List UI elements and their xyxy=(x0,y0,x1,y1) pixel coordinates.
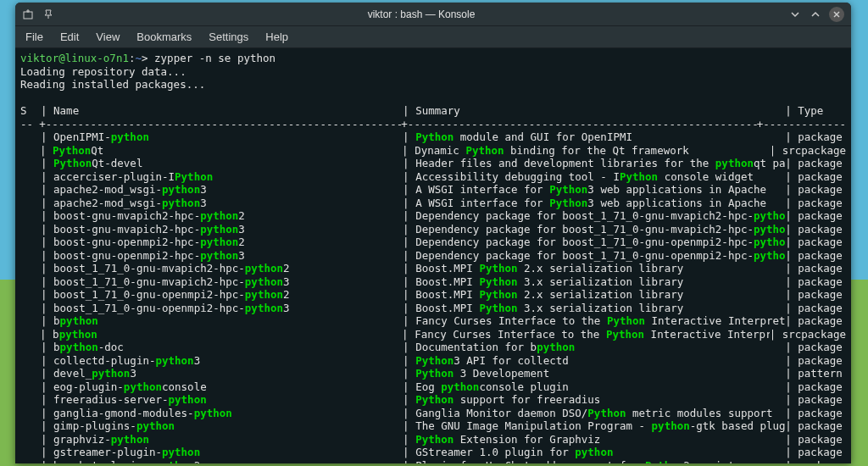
table-row: | bpython | Fancy Curses Interface to th… xyxy=(20,314,846,328)
table-row: | apache2-mod_wsgi-python3 | A WSGI inte… xyxy=(20,197,846,210)
table-row: | PythonQt | Dynamic Python binding for … xyxy=(20,144,846,158)
close-button[interactable] xyxy=(829,7,844,22)
menu-settings[interactable]: Settings xyxy=(209,31,248,43)
table-row: | ganglia-gmond-modules-python | Ganglia… xyxy=(20,407,846,420)
table-row: | bpython-doc | Documentation for bpytho… xyxy=(20,341,846,354)
titlebar: viktor : bash — Konsole xyxy=(15,3,851,26)
table-row: | devel_python3 | Python 3 Developement … xyxy=(20,367,846,380)
table-row: | eog-plugin-pythonconsole | Eog pythonc… xyxy=(20,380,846,394)
table-row: | OpenIPMI-python | Python module and GU… xyxy=(20,130,846,144)
table-row: | PythonQt-devel | Header files and deve… xyxy=(20,157,846,170)
menu-view[interactable]: View xyxy=(96,31,120,43)
table-row: | boost_1_71_0-gnu-mvapich2-hpc-python2 … xyxy=(20,262,846,275)
terminal-output[interactable]: viktor@linux-o7n1:~> zypper -n se python… xyxy=(15,48,851,463)
menu-file[interactable]: File xyxy=(25,31,43,43)
table-row: | graphviz-python | Python Extension for… xyxy=(20,433,846,447)
table-row: | boost-gnu-openmpi2-hpc-python3 | Depen… xyxy=(20,249,846,263)
window-title: viktor : bash — Konsole xyxy=(54,8,788,20)
table-row: | hexchat-plugins-python3 | Plugin for H… xyxy=(20,459,846,464)
table-row: | accerciser-plugin-IPython | Accessibil… xyxy=(20,170,846,184)
menubar: FileEditViewBookmarksSettingsHelp xyxy=(15,26,851,48)
table-header: S | Name | Summary | Type xyxy=(20,104,846,118)
menu-help[interactable]: Help xyxy=(265,31,288,43)
table-row: | boost_1_71_0-gnu-mvapich2-hpc-python3 … xyxy=(20,275,846,289)
table-row: | apache2-mod_wsgi-python3 | A WSGI inte… xyxy=(20,183,846,197)
svg-rect-0 xyxy=(24,12,32,19)
table-row: | boost-gnu-mvapich2-hpc-python2 | Depen… xyxy=(20,209,846,223)
konsole-window: viktor : bash — Konsole FileEditViewBook… xyxy=(15,3,851,463)
table-row: | gstreamer-plugin-python | GStreamer 1.… xyxy=(20,446,846,459)
pin-icon[interactable] xyxy=(42,8,54,20)
table-row: | boost-gnu-openmpi2-hpc-python2 | Depen… xyxy=(20,236,846,249)
table-row: | boost_1_71_0-gnu-openmpi2-hpc-python2 … xyxy=(20,288,846,302)
table-row: | gimp-plugins-python | The GNU Image Ma… xyxy=(20,419,846,433)
new-tab-icon[interactable] xyxy=(22,8,34,20)
table-row: | bpython | Fancy Curses Interface to th… xyxy=(20,328,846,341)
table-row: | collectd-plugin-python3 | Python3 API … xyxy=(20,354,846,368)
minimize-button[interactable] xyxy=(788,8,802,21)
maximize-button[interactable] xyxy=(809,8,822,21)
menu-bookmarks[interactable]: Bookmarks xyxy=(136,31,192,43)
menu-edit[interactable]: Edit xyxy=(60,31,79,43)
table-row: | freeradius-server-python | Python supp… xyxy=(20,393,846,407)
table-row: | boost_1_71_0-gnu-openmpi2-hpc-python3 … xyxy=(20,302,846,315)
table-row: | boost-gnu-mvapich2-hpc-python3 | Depen… xyxy=(20,223,846,236)
